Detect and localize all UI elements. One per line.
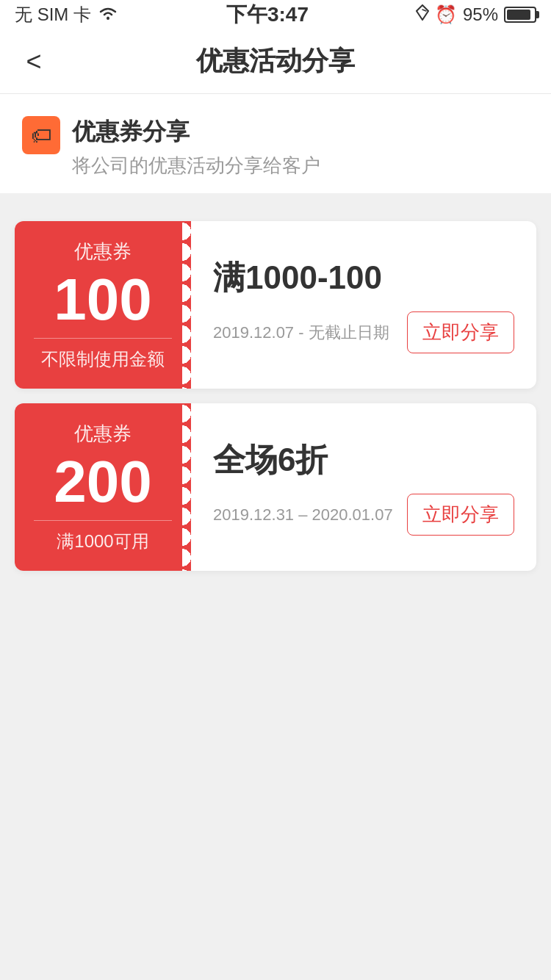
- svg-point-0: [107, 17, 109, 20]
- bottom-space: [0, 586, 551, 980]
- battery-icon: [504, 7, 536, 23]
- coupon-date-0: 2019.12.07 - 无截止日期: [213, 322, 389, 344]
- coupon-left-1: 优惠券 200 满1000可用: [15, 403, 191, 571]
- location-icon: [416, 4, 429, 25]
- battery-text: 95%: [463, 4, 498, 25]
- coupon-date-row-1: 2019.12.31 – 2020.01.07 立即分享: [213, 494, 514, 536]
- status-left: 无 SIM 卡: [15, 3, 119, 26]
- coupon-name-0: 满1000-100: [213, 256, 514, 300]
- share-button-1[interactable]: 立即分享: [407, 494, 514, 536]
- status-time: 下午3:47: [226, 1, 309, 29]
- section-title: 优惠券分享: [72, 116, 320, 148]
- section-subtitle: 将公司的优惠活动分享给客户: [72, 153, 320, 179]
- coupon-list: 优惠券 100 不限制使用金额 满1000-100 2019.12.07 - 无…: [0, 206, 551, 586]
- status-right: ⏰ 95%: [416, 4, 536, 25]
- coupon-date-1: 2019.12.31 – 2020.01.07: [213, 505, 393, 525]
- coupon-divider-0: [34, 338, 171, 339]
- coupon-condition-0: 不限制使用金额: [41, 347, 165, 371]
- status-bar: 无 SIM 卡 下午3:47 ⏰ 95%: [0, 0, 551, 29]
- share-button-0[interactable]: 立即分享: [407, 311, 514, 353]
- coupon-card: 优惠券 200 满1000可用 全场6折 2019.12.31 – 2020.0…: [15, 403, 536, 571]
- carrier-text: 无 SIM 卡: [15, 3, 91, 26]
- section-text: 优惠券分享 将公司的优惠活动分享给客户: [72, 116, 320, 179]
- coupon-condition-1: 满1000可用: [57, 530, 148, 553]
- coupon-amount-1: 200: [54, 453, 151, 511]
- coupon-label-1: 优惠券: [74, 421, 132, 447]
- coupon-right-1: 全场6折 2019.12.31 – 2020.01.07 立即分享: [191, 403, 536, 571]
- section-header: 🏷 优惠券分享 将公司的优惠活动分享给客户: [0, 94, 551, 193]
- coupon-date-row-0: 2019.12.07 - 无截止日期 立即分享: [213, 311, 514, 353]
- coupon-amount-0: 100: [54, 270, 151, 329]
- coupon-left-0: 优惠券 100 不限制使用金额: [15, 221, 191, 389]
- back-icon: <: [26, 46, 41, 77]
- wifi-icon: [97, 4, 119, 25]
- section-icon: 🏷: [22, 116, 60, 154]
- back-button[interactable]: <: [18, 46, 50, 78]
- divider: [0, 195, 551, 206]
- alarm-icon: ⏰: [435, 4, 457, 25]
- coupon-label-0: 优惠券: [74, 239, 132, 264]
- coupon-name-1: 全场6折: [213, 439, 514, 482]
- nav-bar: < 优惠活动分享: [0, 29, 551, 94]
- coupon-share-icon: 🏷: [31, 123, 51, 148]
- coupon-divider-1: [34, 520, 171, 521]
- coupon-card: 优惠券 100 不限制使用金额 满1000-100 2019.12.07 - 无…: [15, 221, 536, 389]
- page-title: 优惠活动分享: [196, 43, 355, 79]
- coupon-right-0: 满1000-100 2019.12.07 - 无截止日期 立即分享: [191, 221, 536, 389]
